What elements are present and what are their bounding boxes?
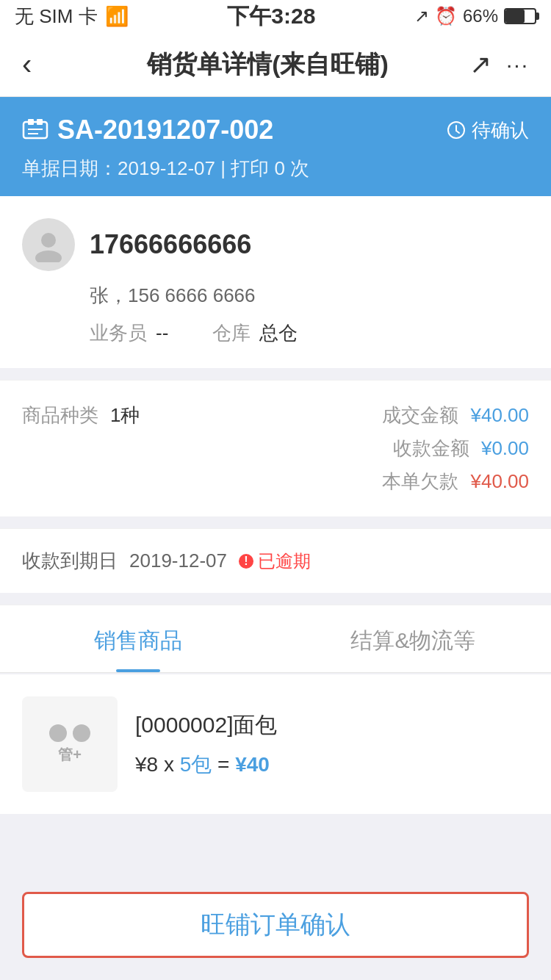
owl-eye-left (49, 724, 67, 742)
nav-actions: ↗︎ ··· (469, 49, 529, 80)
wifi-icon: 📶 (105, 5, 129, 28)
confirm-button[interactable]: 旺铺订单确认 (22, 892, 529, 958)
transaction-label: 成交金额 (382, 403, 458, 428)
order-header: SA-20191207-002 待确认 单据日期：2019-12-07 | 打印… (0, 97, 551, 196)
order-date: 单据日期：2019-12-07 | 打印 0 次 (22, 156, 529, 181)
customer-row: 17666666666 (22, 218, 529, 271)
tab-settlement[interactable]: 结算&物流等 (276, 605, 551, 672)
customer-info: 张，156 6666 6666 (90, 283, 529, 309)
multiply-sign: x (164, 753, 180, 776)
order-icon (22, 119, 48, 141)
page-title: 销货单详情(来自旺铺) (147, 48, 389, 82)
due-section: 收款到期日 2019-12-07 ! 已逾期 (0, 529, 551, 593)
salesperson-label: 业务员 (90, 320, 147, 346)
customer-meta: 业务员 -- 仓库 总仓 (90, 320, 529, 346)
clock-icon (447, 120, 466, 140)
status-right: ↗ ⏰ 66% (414, 6, 536, 26)
quantity: 5包 (180, 753, 212, 776)
product-thumbnail: 管+ (22, 696, 118, 792)
export-icon[interactable]: ↗︎ (469, 49, 491, 80)
order-status: 待确认 (447, 118, 529, 143)
customer-phone: 17666666666 (90, 229, 251, 260)
product-logo: 管+ (49, 724, 90, 765)
product-name: [0000002]面包 (135, 710, 529, 741)
order-id: SA-20191207-002 (22, 115, 273, 145)
total-price: ¥40 (235, 753, 270, 776)
summary-right: 成交金额 ¥40.00 收款金额 ¥0.00 本单欠款 ¥40.00 (382, 403, 529, 494)
equals-sign: = (217, 753, 235, 776)
order-id-row: SA-20191207-002 待确认 (22, 115, 529, 145)
warehouse-label: 仓库 (212, 320, 251, 346)
tabs-bar: 销售商品 结算&物流等 (0, 605, 551, 673)
svg-rect-1 (28, 119, 34, 125)
payment-row: 收款金额 ¥0.00 (393, 436, 529, 461)
svg-rect-2 (37, 119, 43, 125)
payment-label: 收款金额 (393, 436, 469, 461)
warehouse-value: 总仓 (259, 320, 298, 346)
confirm-btn-container: 旺铺订单确认 (0, 877, 551, 980)
status-bar: 无 SIM 卡 📶 下午3:28 ↗ ⏰ 66% (0, 0, 551, 32)
product-item: 管+ [0000002]面包 ¥8 x 5包 = ¥40 (22, 696, 529, 792)
status-left: 无 SIM 卡 📶 (15, 4, 129, 29)
payment-value: ¥0.00 (481, 437, 529, 460)
product-price: ¥8 x 5包 = ¥40 (135, 751, 529, 779)
more-icon[interactable]: ··· (506, 52, 529, 77)
overdue-dot-icon: ! (239, 554, 253, 569)
time-label: 下午3:28 (227, 1, 315, 32)
transaction-value: ¥40.00 (470, 404, 529, 427)
goods-type-value: 1种 (110, 403, 140, 428)
alarm-icon: ⏰ (435, 6, 457, 26)
battery-icon (504, 8, 536, 24)
balance-row: 本单欠款 ¥40.00 (382, 469, 529, 494)
summary-left: 商品种类 1种 (22, 403, 140, 428)
transaction-row: 成交金额 ¥40.00 (382, 403, 529, 428)
owl-plus-icon: 管+ (58, 745, 82, 765)
product-section: 管+ [0000002]面包 ¥8 x 5包 = ¥40 (0, 674, 551, 814)
avatar (22, 218, 75, 271)
nav-bar: ‹ 销货单详情(来自旺铺) ↗︎ ··· (0, 32, 551, 97)
due-label: 收款到期日 (22, 548, 118, 574)
salesperson-item: 业务员 -- (90, 320, 168, 346)
summary-section: 商品种类 1种 成交金额 ¥40.00 收款金额 ¥0.00 本单欠款 ¥40.… (0, 381, 551, 516)
svg-line-7 (456, 131, 459, 133)
location-icon: ↗ (414, 6, 429, 26)
balance-value: ¥40.00 (470, 470, 529, 493)
tab-sales-goods[interactable]: 销售商品 (0, 605, 276, 672)
back-button[interactable]: ‹ (22, 48, 66, 81)
owl-eye-right (73, 724, 90, 742)
overdue-text: 已逾期 (258, 550, 311, 573)
status-text: 待确认 (472, 118, 529, 143)
svg-point-8 (41, 233, 56, 248)
balance-label: 本单欠款 (382, 469, 458, 494)
overdue-badge: ! 已逾期 (239, 550, 311, 573)
due-date: 2019-12-07 (129, 550, 227, 572)
battery-percent: 66% (463, 6, 498, 26)
avatar-icon (31, 227, 66, 262)
goods-type-label: 商品种类 (22, 403, 98, 428)
owl-eyes (49, 724, 90, 742)
svg-point-9 (35, 251, 62, 262)
sim-label: 无 SIM 卡 (15, 4, 98, 29)
product-info: [0000002]面包 ¥8 x 5包 = ¥40 (135, 710, 529, 779)
customer-section: 17666666666 张，156 6666 6666 业务员 -- 仓库 总仓 (0, 196, 551, 368)
warehouse-item: 仓库 总仓 (212, 320, 298, 346)
unit-price: ¥8 (135, 753, 158, 776)
salesperson-value: -- (156, 322, 168, 345)
